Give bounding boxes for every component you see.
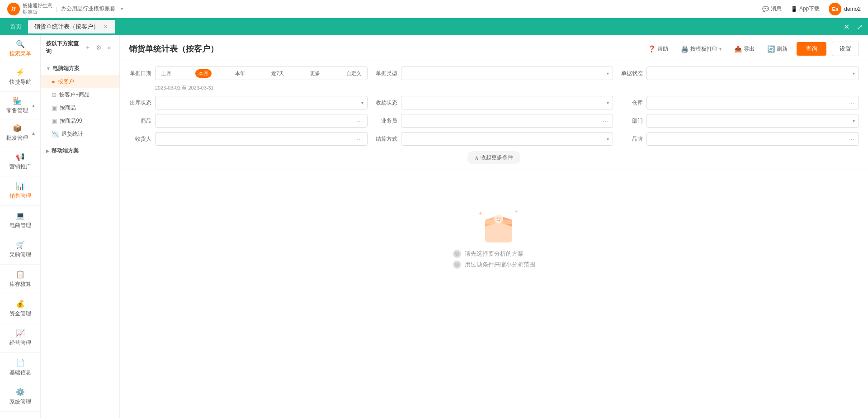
sidebar-item-sys[interactable]: ⚙️ 系统管理 <box>0 382 40 412</box>
main-layout: 🔍 搜索菜单 ⚡ 快捷导航 🏪 零售管理 ▲ 📦 批发管理 ▲ 📢 营销推广 <box>0 35 868 418</box>
doc-status-arrow: ▾ <box>853 71 855 76</box>
receiver-filter-item: 收货人 ··· <box>129 132 368 146</box>
filter-area: 单据日期 上月 本月 本年 近7天 更多 自定义 单据类型 <box>120 61 868 170</box>
salesperson-control[interactable]: ··· <box>401 114 613 128</box>
date-tab-last7[interactable]: 近7天 <box>269 69 286 78</box>
warehouse-dots: ··· <box>848 99 855 106</box>
scheme-item-by-customer[interactable]: ● 按客户 <box>41 75 119 88</box>
wholesale-content: 📦 批发管理 <box>5 124 29 142</box>
content-wrapper: 按以下方案查询 + ⚙ « ▼ 电脑端方案 ● 按客户 ⊞ <box>41 35 868 418</box>
dept-control[interactable]: ▾ <box>646 114 859 128</box>
basic-label: 基础信息 <box>9 369 31 376</box>
sales-icon: 📊 <box>16 182 25 190</box>
scheme-group-pc: ▼ 电脑端方案 ● 按客户 ⊞ 按客户+商品 ▣ 按商品 ▣ 按商品99 <box>41 60 119 142</box>
sidebar-item-ecom[interactable]: 💻 电商管理 <box>0 206 40 235</box>
sidebar-item-ops[interactable]: 📈 经营管理 <box>0 323 40 353</box>
header-left: 好 畅捷通好生意 标准版 | 办公用品行业模拟账套 ▾ <box>7 3 123 15</box>
brand-label: 品牌 <box>620 135 643 143</box>
date-tab-more[interactable]: 更多 <box>308 69 322 78</box>
date-tab-last-month[interactable]: 上月 <box>159 69 174 78</box>
doc-type-control[interactable]: ▾ <box>401 66 613 80</box>
out-status-control[interactable]: ▾ <box>155 96 368 109</box>
svg-point-2 <box>494 214 503 223</box>
refresh-btn[interactable]: 🔄 刷新 <box>764 43 791 55</box>
empty-state: ✦ ✦ ✦ ① 请先选择要分析的方案 ② 用过滤条件来缩小分析范围 <box>120 170 868 296</box>
date-tab-this-month[interactable]: 本月 <box>195 69 212 78</box>
app-download-btn[interactable]: 📱 App下载 <box>791 5 820 13</box>
recv-status-control[interactable]: ▾ <box>401 96 613 109</box>
sidebar-item-retail[interactable]: 🏪 零售管理 ▲ <box>0 92 40 119</box>
sidebar-item-finance[interactable]: 💰 资金管理 <box>0 294 40 323</box>
receiver-control[interactable]: ··· <box>155 132 368 146</box>
collapse-btn[interactable]: ∧ 收起更多条件 <box>467 151 520 164</box>
tab-sales-stat[interactable]: 销货单统计表（按客户） ✕ <box>28 20 115 33</box>
inventory-icon: 📋 <box>16 270 25 279</box>
export-btn[interactable]: 📤 导出 <box>731 43 758 55</box>
sidebar-item-basic[interactable]: 📄 基础信息 <box>0 353 40 382</box>
goods-dots: ··· <box>357 117 363 124</box>
warehouse-control[interactable]: ··· <box>646 96 859 109</box>
warehouse-label: 仓库 <box>620 99 643 107</box>
scheme-settings-btn[interactable]: ⚙ <box>94 43 103 52</box>
sidebar-item-wholesale[interactable]: 📦 批发管理 ▲ <box>0 119 40 147</box>
user-area[interactable]: Ea demo2 <box>829 3 861 15</box>
basic-icon: 📄 <box>16 358 25 367</box>
retail-content: 🏪 零售管理 <box>5 96 29 114</box>
ops-label: 经营管理 <box>9 339 31 347</box>
out-status-arrow: ▾ <box>361 100 363 105</box>
ops-icon: 📈 <box>16 329 25 337</box>
settings-btn[interactable]: 设置 <box>832 42 859 56</box>
logo-text: 畅捷通好生意 标准版 <box>23 3 52 14</box>
scheme-item-by-goods-99[interactable]: ▣ 按商品99 <box>41 114 119 128</box>
settle-control[interactable]: ▾ <box>401 132 613 146</box>
sidebar-item-quick-nav[interactable]: ⚡ 快捷导航 <box>0 62 40 92</box>
help-btn[interactable]: ❓ 帮助 <box>644 43 672 55</box>
return-stats-icon: 📉 <box>52 131 59 138</box>
print-btn[interactable]: 🖨️ 按模板打印 ▾ <box>677 43 725 55</box>
sidebar-item-sales[interactable]: 📊 销售管理 <box>0 176 40 206</box>
date-tab-custom[interactable]: 自定义 <box>344 69 363 78</box>
message-btn[interactable]: 💬 消息 <box>762 5 782 13</box>
mobile-group-arrow: ▶ <box>46 148 50 153</box>
scheme-group-mobile-header[interactable]: ▶ 移动端方案 <box>41 144 119 157</box>
date-filter-control[interactable]: 上月 本月 本年 近7天 更多 自定义 <box>155 66 368 80</box>
by-goods-99-icon: ▣ <box>52 118 57 124</box>
scheme-item-return-stats[interactable]: 📉 退货统计 <box>41 128 119 141</box>
doc-status-control[interactable]: ▾ <box>646 66 859 80</box>
message-label: 消息 <box>771 5 782 13</box>
hint-num-2: ② <box>453 261 461 269</box>
sidebar-item-inventory[interactable]: 📋 库存核算 <box>0 265 40 294</box>
tab-close-btn[interactable]: ✕ <box>102 23 109 30</box>
tab-home[interactable]: 首页 <box>4 20 28 33</box>
sidebar-item-enterprise[interactable]: 🤝 企业协同 <box>0 412 40 418</box>
collapse-area: ∧ 收起更多条件 <box>129 151 859 164</box>
query-btn[interactable]: 查询 <box>797 42 826 56</box>
sidebar-item-search-menu[interactable]: 🔍 搜索菜单 <box>0 35 40 62</box>
wholesale-arrow: ▲ <box>31 131 36 136</box>
scheme-item-by-customer-goods[interactable]: ⊞ 按客户+商品 <box>41 88 119 101</box>
window-maximize-btn[interactable]: ⤢ <box>855 21 864 33</box>
window-close-btn[interactable]: ✕ <box>842 21 851 33</box>
scheme-group-pc-header[interactable]: ▼ 电脑端方案 <box>41 62 119 75</box>
sidebar-item-marketing[interactable]: 📢 营销推广 <box>0 147 40 176</box>
scheme-collapse-btn[interactable]: « <box>105 43 114 52</box>
brand-control[interactable]: ··· <box>646 132 859 146</box>
doc-type-label: 单据类型 <box>375 70 397 77</box>
hint-num-1: ① <box>453 250 461 258</box>
marketing-icon: 📢 <box>16 152 25 161</box>
goods-control[interactable]: ··· <box>155 114 368 128</box>
filter-row-4: 收货人 ··· 结算方式 ▾ 品牌 <box>129 132 859 146</box>
sidebar-item-purchase[interactable]: 🛒 采购管理 <box>0 235 40 265</box>
scheme-add-btn[interactable]: + <box>83 43 92 52</box>
breadcrumb-arrow[interactable]: ▾ <box>121 6 123 11</box>
ecom-icon: 💻 <box>16 211 25 220</box>
user-name: demo2 <box>844 6 861 12</box>
wholesale-icon: 📦 <box>13 124 22 133</box>
export-label: 导出 <box>744 45 755 53</box>
date-tab-this-year[interactable]: 本年 <box>233 69 247 78</box>
svg-text:✦: ✦ <box>478 210 483 217</box>
marketing-label: 营销推广 <box>9 163 31 171</box>
tab-home-label: 首页 <box>10 23 22 31</box>
scheme-item-by-goods[interactable]: ▣ 按商品 <box>41 101 119 114</box>
brand-filter-item: 品牌 ··· <box>620 132 859 146</box>
